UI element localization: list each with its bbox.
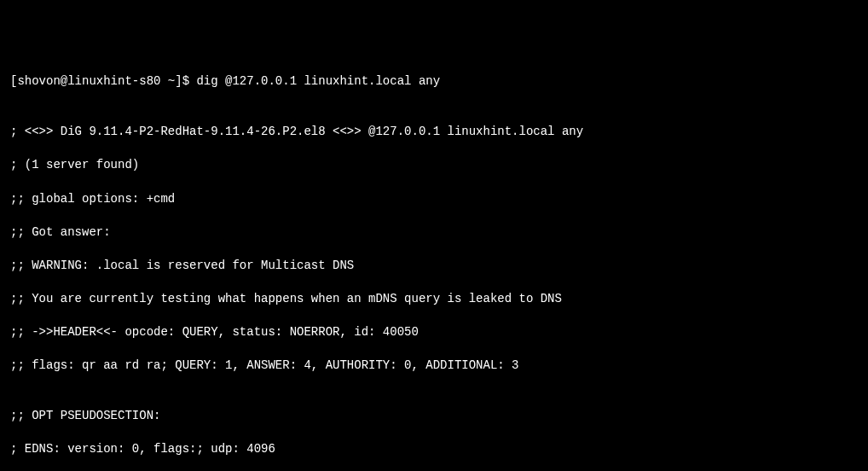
opt-pseudosection-title: ;; OPT PSEUDOSECTION: xyxy=(10,408,858,425)
command-text: dig @127.0.0.1 linuxhint.local any xyxy=(196,74,440,88)
edns-line: ; EDNS: version: 0, flags:; udp: 4096 xyxy=(10,441,858,458)
flags-line: ;; flags: qr aa rd ra; QUERY: 1, ANSWER:… xyxy=(10,358,858,375)
warning-leak-line: ;; You are currently testing what happen… xyxy=(10,291,858,308)
prompt-line-1[interactable]: [shovon@linuxhint-s80 ~]$ dig @127.0.0.1… xyxy=(10,73,858,90)
servers-found-line: ; (1 server found) xyxy=(10,157,858,174)
warning-mdns-line: ;; WARNING: .local is reserved for Multi… xyxy=(10,258,858,275)
got-answer-line: ;; Got answer: xyxy=(10,224,858,241)
header-info-line: ;; ->>HEADER<<- opcode: QUERY, status: N… xyxy=(10,324,858,341)
global-options-line: ;; global options: +cmd xyxy=(10,191,858,208)
dig-version-line: ; <<>> DiG 9.11.4-P2-RedHat-9.11.4-26.P2… xyxy=(10,124,858,141)
prompt-prefix: [shovon@linuxhint-s80 ~]$ xyxy=(10,74,196,88)
